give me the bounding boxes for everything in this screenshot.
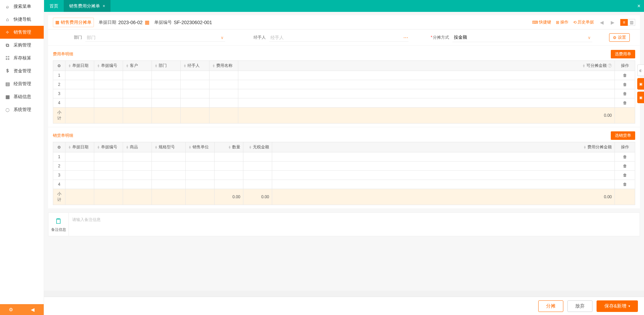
- table-row[interactable]: 2🗑: [53, 80, 635, 89]
- sidebar-footer: ⚙ ◀: [0, 304, 44, 315]
- sidebar-item-funds[interactable]: ＄ 资金管理: [0, 64, 44, 77]
- chevron-down-icon[interactable]: ∨: [221, 35, 224, 40]
- col-allocatable[interactable]: ▲▼可分摊金额?: [238, 61, 615, 71]
- shortcut-link[interactable]: ⌨快捷键: [532, 19, 551, 25]
- sidebar-item-label: 经营管理: [14, 81, 31, 87]
- delete-row-button[interactable]: 🗑: [615, 180, 635, 189]
- sidebar-item-quicknav[interactable]: ⌂ 快捷导航: [0, 13, 44, 26]
- calendar-icon[interactable]: ▦: [145, 19, 149, 25]
- notepad-icon: 🗒: [55, 217, 62, 226]
- col-docno[interactable]: ▲▼单据编号: [94, 142, 123, 152]
- delete-row-button[interactable]: 🗑: [615, 171, 635, 180]
- col-qty[interactable]: ▲▼数量: [215, 142, 243, 152]
- rail-button-2[interactable]: ▣: [637, 78, 644, 90]
- remarks-input[interactable]: [72, 217, 636, 222]
- sidebar-item-business[interactable]: ▤ 经营管理: [0, 77, 44, 90]
- tab-close-icon[interactable]: ×: [103, 4, 105, 8]
- subtotal-row: 小计 0.00 0.00 0.00: [53, 189, 635, 205]
- col-notax[interactable]: ▲▼无税金额: [243, 142, 272, 152]
- sidebar-collapse-button[interactable]: ◀: [22, 304, 44, 315]
- col-date[interactable]: ▲▼单据日期: [65, 142, 94, 152]
- expense-section: 费用单明细 选费用单 ⚙ ▲▼单据日期 ▲▼单据编号: [48, 45, 640, 127]
- col-docno[interactable]: ▲▼单据编号: [94, 61, 123, 71]
- rail-button-1[interactable]: ◐: [637, 64, 644, 76]
- title-bar: ▦ 销售费用分摊单 单据日期 2023-06-02 ▦ 单据编号 SF-2023…: [48, 15, 640, 30]
- settings-button[interactable]: ⚙ 设置: [609, 33, 630, 42]
- col-unit[interactable]: ▲▼销售单位: [186, 142, 215, 152]
- rail-button-3[interactable]: ▣: [637, 92, 644, 103]
- tabbar-close-button[interactable]: ×: [634, 0, 644, 12]
- select-expense-button[interactable]: 选费用单: [611, 50, 635, 58]
- col-handler[interactable]: ▲▼经手人: [181, 61, 209, 71]
- method-value[interactable]: 按金额: [452, 33, 592, 42]
- sidebar-item-system[interactable]: ◌ 系统管理: [0, 103, 44, 116]
- close-icon: ×: [637, 3, 640, 9]
- col-product[interactable]: ▲▼商品: [123, 142, 152, 152]
- delete-row-button[interactable]: 🗑: [615, 98, 635, 108]
- doc-icon: ▦: [55, 20, 59, 25]
- date-value[interactable]: 2023-06-02: [118, 20, 143, 25]
- sales-section: 销货单明细 选销货单 ⚙ ▲▼单据日期 ▲▼单据编号: [48, 127, 640, 208]
- tab-home[interactable]: 首页: [44, 0, 64, 12]
- subtotal-qty: 0.00: [215, 189, 243, 205]
- delete-row-button[interactable]: 🗑: [615, 80, 635, 89]
- col-alloc[interactable]: ▲▼费用分摊金额: [272, 142, 615, 152]
- tab-current[interactable]: 销售费用分摊单 ×: [64, 0, 110, 12]
- ops-icon: ⊞: [556, 20, 559, 25]
- discard-button[interactable]: 放弃: [567, 300, 592, 312]
- sidebar-search[interactable]: ⌕ 搜索菜单: [0, 0, 44, 13]
- sidebar-item-baseinfo[interactable]: ▦ 基础信息: [0, 90, 44, 103]
- sidebar-item-label: 基础信息: [14, 94, 31, 100]
- sidebar-search-label: 搜索菜单: [14, 3, 31, 10]
- help-icon[interactable]: ?: [608, 63, 612, 68]
- chevron-down-icon[interactable]: ∨: [588, 35, 591, 40]
- handler-input[interactable]: [269, 34, 409, 42]
- delete-row-button[interactable]: 🗑: [615, 71, 635, 80]
- col-dept[interactable]: ▲▼部门: [152, 61, 181, 71]
- picker-icon[interactable]: ⋯: [403, 35, 407, 40]
- sidebar-item-purchase[interactable]: ⧉ 采购管理: [0, 39, 44, 52]
- nav-prev-button[interactable]: ◀: [599, 20, 605, 25]
- delete-row-button[interactable]: 🗑: [615, 89, 635, 98]
- baseinfo-icon: ▦: [5, 94, 10, 99]
- operations-link[interactable]: ⊞操作: [556, 19, 568, 25]
- col-feename[interactable]: ▲▼费用名称: [209, 61, 238, 71]
- delete-row-button[interactable]: 🗑: [615, 162, 635, 171]
- column-settings[interactable]: ⚙: [53, 142, 65, 152]
- dept-input[interactable]: [85, 34, 225, 42]
- table-row[interactable]: 1🗑: [53, 152, 635, 162]
- table-row[interactable]: 3🗑: [53, 89, 635, 98]
- table-row[interactable]: 1🗑: [53, 71, 635, 80]
- doc-title-chip: ▦ 销售费用分摊单: [53, 18, 94, 27]
- allocate-button[interactable]: 分摊: [538, 300, 563, 312]
- date-label: 单据日期: [99, 19, 116, 25]
- sales-icon: ✧: [5, 30, 10, 35]
- table-row[interactable]: 4🗑: [53, 180, 635, 189]
- nav-next-button[interactable]: ▶: [609, 20, 616, 25]
- table-row[interactable]: 4🗑: [53, 98, 635, 108]
- col-date[interactable]: ▲▼单据日期: [65, 61, 94, 71]
- remarks-panel: 🗒 备注信息: [48, 212, 640, 236]
- history-link[interactable]: ⟲历史单据: [573, 19, 594, 25]
- col-customer[interactable]: ▲▼客户: [123, 61, 152, 71]
- save-and-new-button[interactable]: 保存&新增 ▾: [597, 300, 638, 312]
- table-row[interactable]: 2🗑: [53, 162, 635, 171]
- sidebar-item-label: 系统管理: [14, 107, 31, 113]
- view-list-button[interactable]: ≡: [620, 19, 628, 26]
- col-spec[interactable]: ▲▼规格型号: [152, 142, 186, 152]
- select-sales-button[interactable]: 选销货单: [611, 131, 635, 140]
- sidebar-settings-button[interactable]: ⚙: [0, 304, 22, 315]
- sidebar-item-inventory[interactable]: ☷ 库存核算: [0, 52, 44, 64]
- subtotal-amt: 0.00: [243, 189, 272, 205]
- view-grid-button[interactable]: ▥: [628, 19, 635, 26]
- delete-row-button[interactable]: 🗑: [615, 152, 635, 162]
- funds-icon: ＄: [5, 68, 10, 74]
- column-settings[interactable]: ⚙: [53, 61, 65, 71]
- subtotal-row: 小计 0.00: [53, 108, 635, 124]
- number-label: 单据编号: [154, 19, 172, 25]
- sidebar-item-sales[interactable]: ✧ 销售管理: [0, 26, 44, 39]
- expense-title: 费用单明细: [53, 51, 73, 57]
- sidebar-item-label: 快捷导航: [14, 16, 31, 22]
- col-ops: 操作: [615, 61, 635, 71]
- table-row[interactable]: 3🗑: [53, 171, 635, 180]
